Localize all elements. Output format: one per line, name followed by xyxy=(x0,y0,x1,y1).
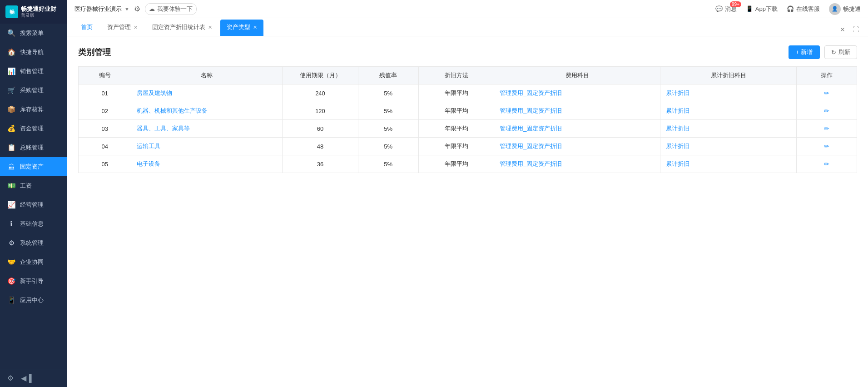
accum-link[interactable]: 累计折旧 xyxy=(666,89,689,96)
sidebar-item-guide[interactable]: 🎯 新手引导 xyxy=(0,272,67,291)
expense-link[interactable]: 管理费用_固定资产折旧 xyxy=(500,143,562,149)
table-row: 05 电子设备 36 5% 年限平均 管理费用_固定资产折旧 累计折旧 ✏ xyxy=(79,155,857,173)
edit-button[interactable]: ✏ xyxy=(824,125,829,132)
sidebar-item-label: 基础信息 xyxy=(20,220,44,228)
headset-icon: 🎧 xyxy=(787,5,794,12)
sidebar-item-inventory[interactable]: 📦 库存核算 xyxy=(0,100,67,119)
accum-link[interactable]: 累计折旧 xyxy=(666,143,689,149)
sidebar-item-sales[interactable]: 📊 销售管理 xyxy=(0,62,67,81)
row-name-link[interactable]: 房屋及建筑物 xyxy=(137,89,172,96)
sidebar-item-capital[interactable]: 💰 资金管理 xyxy=(0,119,67,138)
tab-depreciation[interactable]: 固定资产折旧统计表 ✕ xyxy=(146,20,218,36)
sidebar-item-label: 搜索菜单 xyxy=(20,29,44,37)
cell-expense: 管理费用_固定资产折旧 xyxy=(494,84,660,102)
cell-period: 48 xyxy=(283,138,358,155)
sidebar-item-operation[interactable]: 📈 经营管理 xyxy=(0,195,67,214)
settings-button[interactable]: ⚙ xyxy=(7,374,14,382)
inventory-icon: 📦 xyxy=(7,105,15,114)
col-header-name: 名称 xyxy=(131,67,283,84)
sidebar-item-salary[interactable]: 💵 工资 xyxy=(0,176,67,195)
cell-action: ✏ xyxy=(796,102,857,120)
fixed-assets-icon: 🏛 xyxy=(7,163,15,171)
close-window-button[interactable]: ✕ xyxy=(838,25,847,34)
sidebar-item-label: 系统管理 xyxy=(20,239,44,247)
apps-icon: 📱 xyxy=(7,296,15,304)
sidebar-nav: 🔍 搜索菜单 🏠 快捷导航 📊 销售管理 🛒 采购管理 📦 库存核算 💰 资金管… xyxy=(0,24,67,369)
sidebar-item-apps[interactable]: 📱 应用中心 xyxy=(0,291,67,310)
demo-selector[interactable]: 医疗器械行业演示 ▼ xyxy=(74,5,129,13)
tab-assets[interactable]: 资产管理 ✕ xyxy=(101,20,144,36)
cell-residual: 5% xyxy=(358,84,418,102)
content-header: 类别管理 + 新增 ↻ 刷新 xyxy=(78,45,857,59)
page-title: 类别管理 xyxy=(78,47,111,58)
refresh-icon: ↻ xyxy=(831,49,836,56)
sidebar-item-quicknav[interactable]: 🏠 快捷导航 xyxy=(0,43,67,62)
row-name-link[interactable]: 机器、机械和其他生产设备 xyxy=(137,107,208,114)
cell-expense: 管理费用_固定资产折旧 xyxy=(494,120,660,138)
accum-link[interactable]: 累计折旧 xyxy=(666,125,689,132)
cell-action: ✏ xyxy=(796,120,857,138)
sidebar-item-basic[interactable]: ℹ 基础信息 xyxy=(0,214,67,233)
messages-button[interactable]: 💬 消息 99+ xyxy=(715,5,737,13)
expense-link[interactable]: 管理费用_固定资产折旧 xyxy=(500,89,562,96)
close-tab-depreciation[interactable]: ✕ xyxy=(208,25,212,30)
table-row: 04 运输工具 48 5% 年限平均 管理费用_固定资产折旧 累计折旧 ✏ xyxy=(79,138,857,155)
sidebar-item-label: 应用中心 xyxy=(20,296,44,304)
gear-icon[interactable]: ⚙ xyxy=(134,5,140,13)
tab-asset-type[interactable]: 资产类型 ✕ xyxy=(220,20,263,36)
search-icon: 🔍 xyxy=(7,29,15,37)
tab-bar: 首页 资产管理 ✕ 固定资产折旧统计表 ✕ 资产类型 ✕ ✕ ⛶ xyxy=(67,18,868,36)
sidebar-item-purchase[interactable]: 🛒 采购管理 xyxy=(0,81,67,100)
content-actions: + 新增 ↻ 刷新 xyxy=(789,45,857,59)
row-name-link[interactable]: 电子设备 xyxy=(137,160,160,167)
chevron-down-icon: ▼ xyxy=(124,6,129,12)
logo-subtitle: 普及版 xyxy=(21,13,56,18)
sidebar-item-enterprise[interactable]: 🤝 企业协同 xyxy=(0,253,67,272)
close-tab-asset-type[interactable]: ✕ xyxy=(253,25,257,30)
sidebar-footer: ⚙ ◀▐ xyxy=(0,369,67,387)
online-service-button[interactable]: 🎧 在线客服 xyxy=(787,5,820,13)
edit-button[interactable]: ✏ xyxy=(824,89,829,97)
sidebar-item-ledger[interactable]: 📋 总账管理 xyxy=(0,138,67,157)
cell-method: 年限平均 xyxy=(418,138,494,155)
expense-link[interactable]: 管理费用_固定资产折旧 xyxy=(500,125,562,132)
accum-link[interactable]: 累计折旧 xyxy=(666,107,689,114)
cell-id: 04 xyxy=(79,138,131,155)
system-icon: ⚙ xyxy=(7,239,15,247)
row-name-link[interactable]: 运输工具 xyxy=(137,143,160,149)
data-table: 编号 名称 使用期限（月） 残值率 折旧方法 费用科目 累计折旧科目 操作 01… xyxy=(78,66,857,173)
content-area: 类别管理 + 新增 ↻ 刷新 编号 名称 使用期限（月） 残值率 折旧方法 费用… xyxy=(67,36,868,387)
new-button[interactable]: + 新增 xyxy=(789,45,820,59)
cell-action: ✏ xyxy=(796,138,857,155)
table-row: 01 房屋及建筑物 240 5% 年限平均 管理费用_固定资产折旧 累计折旧 ✏ xyxy=(79,84,857,102)
sidebar-item-search[interactable]: 🔍 搜索菜单 xyxy=(0,24,67,43)
cell-residual: 5% xyxy=(358,138,418,155)
edit-button[interactable]: ✏ xyxy=(824,107,829,114)
cell-id: 03 xyxy=(79,120,131,138)
user-menu[interactable]: 👤 畅捷通 xyxy=(829,3,861,15)
logo-title: 畅捷通好业财 xyxy=(21,5,56,13)
cell-residual: 5% xyxy=(358,155,418,173)
trial-button[interactable]: ☁ 我要体验一下 xyxy=(145,3,197,15)
cell-accum: 累计折旧 xyxy=(660,120,797,138)
cell-method: 年限平均 xyxy=(418,120,494,138)
close-tab-assets[interactable]: ✕ xyxy=(134,25,138,30)
col-header-id: 编号 xyxy=(79,67,131,84)
row-name-link[interactable]: 器具、工具、家具等 xyxy=(137,125,190,132)
refresh-button[interactable]: ↻ 刷新 xyxy=(824,45,857,59)
tab-home[interactable]: 首页 xyxy=(74,20,99,36)
accum-link[interactable]: 累计折旧 xyxy=(666,160,689,167)
cell-name: 机器、机械和其他生产设备 xyxy=(131,102,283,120)
expense-link[interactable]: 管理费用_固定资产折旧 xyxy=(500,160,562,167)
maximize-button[interactable]: ⛶ xyxy=(851,25,861,34)
cell-id: 05 xyxy=(79,155,131,173)
sidebar-item-system[interactable]: ⚙ 系统管理 xyxy=(0,233,67,253)
app-download-button[interactable]: 📱 App下载 xyxy=(746,5,778,13)
edit-button[interactable]: ✏ xyxy=(824,160,829,168)
edit-button[interactable]: ✏ xyxy=(824,143,829,150)
collapse-button[interactable]: ◀▐ xyxy=(21,374,31,382)
cell-expense: 管理费用_固定资产折旧 xyxy=(494,138,660,155)
expense-link[interactable]: 管理费用_固定资产折旧 xyxy=(500,107,562,114)
sidebar-item-fixed[interactable]: 🏛 固定资产 xyxy=(0,157,67,176)
cell-period: 60 xyxy=(283,120,358,138)
